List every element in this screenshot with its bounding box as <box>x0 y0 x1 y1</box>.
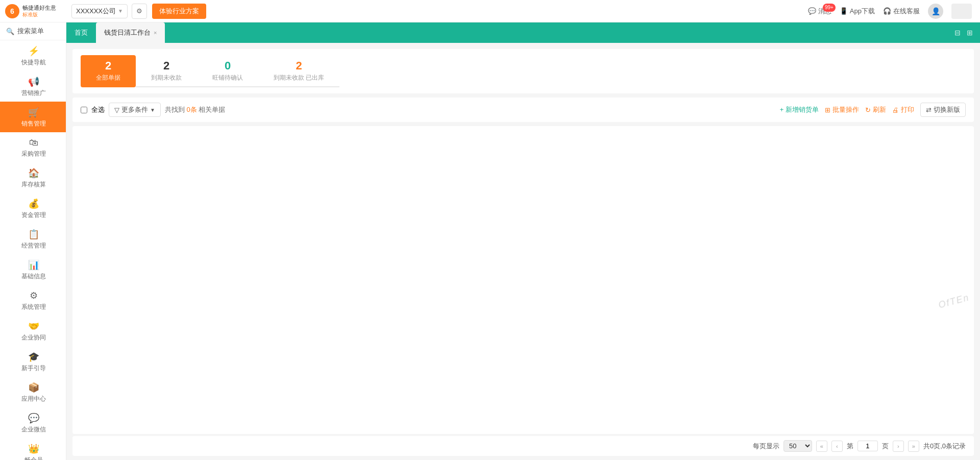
gear-icon: ⚙ <box>136 7 142 15</box>
stat-num-pending: 0 <box>225 59 231 72</box>
sidebar-item-operation[interactable]: 📋 经营管理 <box>0 224 66 254</box>
finance-icon: 💰 <box>28 198 39 209</box>
next-page-button[interactable]: › <box>893 441 904 452</box>
stat-label-overdue: 到期未收款 <box>151 74 182 82</box>
found-text: 共找到 0条 相关单据 <box>165 105 225 114</box>
message-icon: 💬 <box>808 7 816 15</box>
refresh-icon: ↻ <box>865 106 871 114</box>
print-button[interactable]: 🖨 打印 <box>892 105 914 114</box>
table-area <box>72 126 974 434</box>
app-download-button[interactable]: 📱 App下载 <box>840 7 875 16</box>
prev-page-button[interactable]: ‹ <box>831 441 843 452</box>
toolbar-right: + 新增销货单 ⊞ 批量操作 ↻ 刷新 🖨 打印 ⇄ <box>780 103 966 117</box>
first-page-button[interactable]: « <box>816 441 827 452</box>
batch-operation-button[interactable]: ⊞ 批量操作 <box>825 105 859 114</box>
top-header: 6 畅捷通好生意 标准版 XXXXXX公司 ▼ ⚙ 体验行业方案 💬 消息 99… <box>0 0 980 22</box>
add-sale-order-button[interactable]: + 新增销货单 <box>780 105 819 114</box>
toolbar: 全选 ▽ 更多条件 ▼ 共找到 0条 相关单据 + 新增销货单 <box>72 98 974 122</box>
sidebar-item-purchase[interactable]: 🛍 采购管理 <box>0 132 66 162</box>
service-icon: 🎧 <box>883 7 891 15</box>
sidebar-item-member[interactable]: 👑 畅会员 <box>0 438 66 460</box>
basic-info-icon: 📊 <box>28 259 39 271</box>
filter-icon: ▽ <box>114 106 119 114</box>
select-all-label: 全选 <box>91 105 105 114</box>
sidebar-item-app-center[interactable]: 📦 应用中心 <box>0 377 66 407</box>
purchase-icon: 🛍 <box>29 137 38 148</box>
batch-icon: ⊞ <box>825 106 830 114</box>
page-size-select[interactable]: 50 100 <box>783 440 812 452</box>
sales-icon: 🛒 <box>28 107 39 118</box>
member-icon: 👑 <box>28 443 39 454</box>
tab-home[interactable]: 首页 <box>66 22 96 43</box>
stat-card-overdue-shipped[interactable]: 2 到期未收款 已出库 <box>258 55 339 87</box>
stat-label-all: 全部单据 <box>96 74 120 82</box>
enterprise-icon: 🤝 <box>28 321 39 332</box>
quick-nav-icon: ⚡ <box>28 45 39 57</box>
sidebar-item-basic-info[interactable]: 📊 基础信息 <box>0 254 66 285</box>
logo-text: 畅捷通好生意 标准版 <box>22 4 56 18</box>
tab-maximize-button[interactable]: ⊞ <box>964 29 976 37</box>
marketing-icon: 📢 <box>28 76 39 87</box>
sidebar-item-enterprise[interactable]: 🤝 企业协同 <box>0 316 66 346</box>
search-menu-button[interactable]: 🔍 搜索菜单 <box>0 22 66 40</box>
message-badge: 99+ <box>823 4 836 12</box>
tab-bar: 首页 钱货日清工作台 × ⊟ ⊞ <box>66 22 980 43</box>
trial-button[interactable]: 体验行业方案 <box>152 4 206 19</box>
header-center: XXXXXX公司 ▼ ⚙ 体验行业方案 <box>66 4 808 19</box>
header-right: 💬 消息 99+ 📱 App下载 🎧 在线客服 👤 <box>808 4 972 19</box>
tab-bar-actions: ⊟ ⊞ <box>951 29 980 37</box>
search-icon: 🔍 <box>6 28 14 35</box>
switch-icon: ⇄ <box>926 106 932 114</box>
filter-button[interactable]: ▽ 更多条件 ▼ <box>109 103 161 117</box>
page-number-input[interactable] <box>857 441 878 451</box>
print-icon: 🖨 <box>892 106 899 114</box>
sidebar-item-newbie[interactable]: 🎓 新手引导 <box>0 346 66 377</box>
newbie-icon: 🎓 <box>28 351 39 362</box>
user-icon: 👤 <box>932 7 940 15</box>
total-label: 共0页,0条记录 <box>923 442 966 451</box>
page-label: 第 <box>847 442 853 451</box>
sidebar: 🔍 搜索菜单 ⚡ 快捷导航 📢 营销推广 🛒 销售管理 🛍 采购管理 🏠 库存核… <box>0 22 66 460</box>
stat-num-all: 2 <box>105 59 111 72</box>
found-count: 0条 <box>187 106 197 113</box>
sidebar-item-finance[interactable]: 💰 资金管理 <box>0 193 66 224</box>
switch-version-button[interactable]: ⇄ 切换新版 <box>920 103 966 117</box>
sidebar-item-marketing[interactable]: 📢 营销推广 <box>0 71 66 102</box>
chevron-down-icon: ▼ <box>118 8 123 14</box>
last-page-button[interactable]: » <box>908 441 919 452</box>
stat-num-overdue: 2 <box>163 59 169 72</box>
per-page-label: 每页显示 <box>753 442 779 451</box>
stat-num-overdue-shipped: 2 <box>296 59 302 72</box>
sidebar-item-system[interactable]: ⚙ 系统管理 <box>0 285 66 316</box>
message-button[interactable]: 💬 消息 99+ <box>808 7 831 16</box>
operation-icon: 📋 <box>28 229 39 240</box>
system-icon: ⚙ <box>30 290 38 301</box>
logo-area: 6 畅捷通好生意 标准版 <box>0 4 66 18</box>
main-layout: 🔍 搜索菜单 ⚡ 快捷导航 📢 营销推广 🛒 销售管理 🛍 采购管理 🏠 库存核… <box>0 22 980 460</box>
main-content: 2 全部单据 2 到期未收款 0 旺铺待确认 2 到期未收款 已出库 <box>66 43 980 460</box>
online-service-button[interactable]: 🎧 在线客服 <box>883 7 920 16</box>
avatar[interactable]: 👤 <box>928 4 943 19</box>
sidebar-item-inventory[interactable]: 🏠 库存核算 <box>0 162 66 193</box>
content-area: 首页 钱货日清工作台 × ⊟ ⊞ 2 全部单据 <box>66 22 980 460</box>
sidebar-item-wechat[interactable]: 💬 企业微信 <box>0 407 66 438</box>
sidebar-item-sales[interactable]: 🛒 销售管理 <box>0 102 66 132</box>
stats-section: 2 全部单据 2 到期未收款 0 旺铺待确认 2 到期未收款 已出库 <box>72 49 974 93</box>
tab-close-icon[interactable]: × <box>154 30 157 36</box>
stat-card-all[interactable]: 2 全部单据 <box>81 55 136 87</box>
stat-card-overdue[interactable]: 2 到期未收款 <box>136 55 197 87</box>
settings-button[interactable]: ⚙ <box>132 4 147 19</box>
wechat-icon: 💬 <box>28 413 39 424</box>
company-selector[interactable]: XXXXXX公司 ▼ <box>71 4 128 18</box>
avatar-text <box>951 4 972 19</box>
sidebar-item-quick-nav[interactable]: ⚡ 快捷导航 <box>0 40 66 71</box>
refresh-button[interactable]: ↻ 刷新 <box>865 105 886 114</box>
download-icon: 📱 <box>840 7 848 15</box>
logo-icon: 6 <box>5 4 19 18</box>
select-all-checkbox[interactable] <box>81 107 87 113</box>
tab-minimize-button[interactable]: ⊟ <box>951 29 964 37</box>
tab-work-table[interactable]: 钱货日清工作台 × <box>96 22 165 43</box>
page-label-2: 页 <box>882 442 889 451</box>
stats-row: 2 全部单据 2 到期未收款 0 旺铺待确认 2 到期未收款 已出库 <box>81 55 966 87</box>
stat-card-pending[interactable]: 0 旺铺待确认 <box>197 55 258 87</box>
